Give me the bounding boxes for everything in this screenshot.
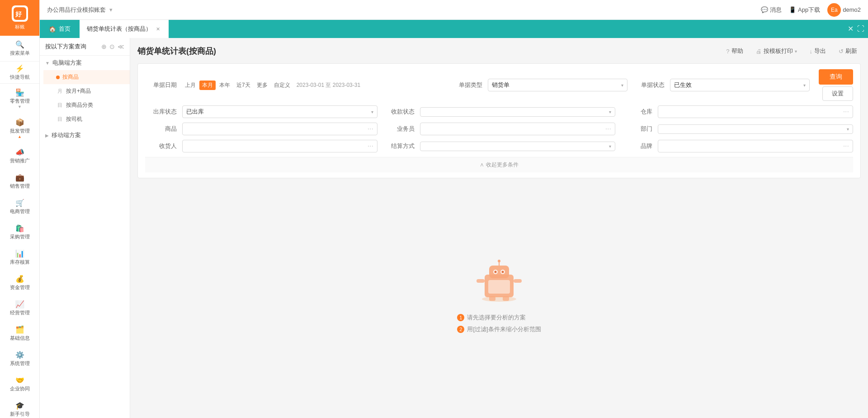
svg-rect-4 (488, 280, 510, 294)
tab-home[interactable]: 🏠 首页 (40, 20, 80, 38)
active-dot (56, 76, 60, 79)
tree-pc-children: 按商品 月 按月+商品 目 按商品分类 目 按司机 (40, 70, 130, 126)
sidebar-quicknav[interactable]: ⚡ 快捷导航 (0, 62, 39, 84)
out-chevron: ▾ (371, 109, 373, 114)
cashier-icon: 目 (56, 116, 63, 123)
left-panel-header: 按以下方案查询 ⊕ ⊙ ≪ (40, 38, 130, 56)
sidebar-item-finance[interactable]: 💰 资金管理 (0, 270, 39, 295)
industry-chevron[interactable]: ▾ (109, 6, 113, 13)
filter-row-2: 出库状态 已出库 ▾ 收款状态 ▾ 仓库 ··· (145, 105, 853, 118)
page-title-bar: 销货单统计表(按商品) ? 帮助 🖨 按模板打印 ▾ ↓ 导出 (137, 45, 861, 57)
filter-panel: 单据日期 上月 本月 本年 近7天 更多 自定义 2023-03-01 至 20… (137, 63, 861, 178)
settings-scheme-btn[interactable]: ⊙ (109, 43, 115, 50)
message-btn[interactable]: 💬 消息 (761, 6, 782, 14)
out-label: 出库状态 (145, 108, 177, 116)
help-label: 帮助 (731, 47, 743, 55)
pc-label: 电脑端方案 (52, 59, 82, 67)
tree-item-by-product[interactable]: 按商品 (43, 70, 130, 84)
sidebar-item-ops[interactable]: 📈 经营管理 (0, 295, 39, 321)
add-scheme-btn[interactable]: ⊕ (101, 43, 107, 50)
staff-input[interactable]: ··· (420, 123, 615, 135)
sidebar-item-system[interactable]: ⚙️ 系统管理 (0, 346, 39, 371)
topbar: 办公用品行业模拟账套 ▾ 💬 消息 📱 App下载 Ea demo2 (40, 0, 868, 20)
ecom-icon: 🛒 (15, 199, 24, 207)
tree-pc-node[interactable]: ▼ 电脑端方案 (40, 56, 130, 70)
sidebar-item-retail[interactable]: 🏪 零售管理 ▼ (0, 84, 39, 114)
search-icon: 🔍 (15, 40, 24, 49)
export-icon: ↓ (810, 48, 813, 55)
pay-select[interactable]: ▾ (420, 107, 615, 117)
sidebar-nav-label: 快捷导航 (10, 74, 30, 81)
retail-arrow: ▼ (18, 104, 22, 109)
sidebar-item-marketing[interactable]: 📣 营销推广 (0, 143, 39, 169)
tab-sales-stat[interactable]: 销货单统计表（按商品） ✕ (80, 20, 169, 38)
dept-select[interactable]: ▾ (658, 124, 853, 134)
payment-select[interactable]: ▾ (420, 142, 615, 151)
type-select[interactable]: 销货单 ▾ (488, 79, 627, 91)
collapse-panel-btn[interactable]: ≪ (118, 43, 124, 50)
empty-text: 1 请先选择要分析的方案 2 用[过滤]条件来缩小分析范围 (457, 312, 541, 335)
print-btn[interactable]: 🖨 按模板打印 ▾ (752, 45, 801, 57)
pay-chevron: ▾ (609, 109, 611, 114)
tree-item-by-category[interactable]: 目 按商品分类 (43, 98, 130, 112)
date-tab-7days[interactable]: 近7天 (234, 81, 253, 90)
empty-num-2: 2 (457, 326, 464, 333)
page-actions: ? 帮助 🖨 按模板打印 ▾ ↓ 导出 ↺ 刷新 (722, 45, 861, 57)
collapse-filter-bar[interactable]: ∧ 收起更多条件 (145, 157, 853, 172)
tab-sales-stat-label: 销货单统计表（按商品） (87, 25, 151, 33)
sidebar-item-ecom[interactable]: 🛒 电商管理 (0, 194, 39, 219)
date-tab-current-year[interactable]: 本年 (217, 81, 233, 90)
date-tabs: 上月 本月 本年 近7天 更多 自定义 (182, 81, 293, 90)
tree-item-by-cashier[interactable]: 目 按司机 (43, 112, 130, 126)
svg-rect-12 (476, 279, 485, 283)
query-button[interactable]: 查询 (819, 69, 853, 85)
sidebar-item-purchase[interactable]: 🛍️ 采购管理 (0, 219, 39, 245)
sidebar-item-sales[interactable]: 💼 销售管理 (0, 169, 39, 194)
refresh-btn[interactable]: ↺ 刷新 (835, 45, 861, 57)
empty-line2-text: 用[过滤]条件来缩小分析范围 (467, 323, 541, 335)
tree-mobile-node[interactable]: ▶ 移动端方案 (40, 128, 130, 142)
help-btn[interactable]: ? 帮助 (722, 45, 746, 57)
print-label: 按模板打印 (764, 47, 793, 55)
print-icon: 🖨 (756, 48, 762, 55)
empty-state: 1 请先选择要分析的方案 2 用[过滤]条件来缩小分析范围 (137, 182, 861, 411)
brand-input[interactable]: ··· (658, 140, 853, 152)
date-tab-custom[interactable]: 自定义 (271, 81, 293, 90)
pc-arrow: ▼ (45, 61, 50, 66)
guide-label: 新手引导 (10, 411, 30, 418)
month-product-icon: 月 (56, 88, 63, 95)
user-profile[interactable]: Ea demo2 (827, 3, 861, 17)
goods-dots: ··· (368, 125, 373, 133)
tab-maximize-btn[interactable]: ⛶ (857, 25, 864, 33)
goods-input[interactable]: ··· (182, 123, 377, 135)
out-select[interactable]: 已出库 ▾ (182, 105, 377, 118)
payment-label: 结算方式 (383, 142, 415, 150)
download-icon: 📱 (789, 6, 796, 13)
purchase-icon: 🛍️ (15, 224, 24, 233)
tab-minimize-btn[interactable]: ✕ (848, 25, 854, 33)
basic-icon: 🗂️ (15, 325, 24, 334)
tree-item-by-month-product[interactable]: 月 按月+商品 (43, 84, 130, 98)
tab-close-btn[interactable]: ✕ (154, 25, 161, 33)
export-btn[interactable]: ↓ 导出 (806, 45, 830, 57)
help-icon: ? (726, 48, 729, 55)
sidebar-search[interactable]: 🔍 搜索菜单 (0, 36, 39, 62)
sidebar-item-inventory[interactable]: 📊 库存核算 (0, 245, 39, 270)
app-download-btn[interactable]: 📱 App下载 (789, 6, 820, 14)
receiver-input[interactable]: ··· (182, 140, 377, 152)
date-tab-current-month[interactable]: 本月 (199, 81, 216, 90)
ops-icon: 📈 (15, 300, 24, 309)
date-tab-last-month[interactable]: 上月 (182, 81, 198, 90)
sidebar-item-corp[interactable]: 🤝 企业协同 (0, 371, 39, 397)
sidebar-item-basic[interactable]: 🗂️ 基础信息 (0, 321, 39, 346)
basic-label: 基础信息 (10, 335, 30, 342)
settings-button[interactable]: 设置 (822, 86, 853, 101)
sales-icon: 💼 (15, 173, 24, 182)
status-select[interactable]: 已生效 ▾ (670, 79, 810, 91)
sidebar-item-wholesale[interactable]: 📦 批发管理 ▲ (0, 114, 39, 143)
date-tab-more[interactable]: 更多 (254, 81, 270, 90)
user-name: demo2 (843, 6, 861, 13)
warehouse-input[interactable]: ··· (658, 105, 853, 118)
sidebar-item-guide[interactable]: 🎓 新手引导 (0, 397, 39, 418)
system-label: 系统管理 (10, 360, 30, 367)
